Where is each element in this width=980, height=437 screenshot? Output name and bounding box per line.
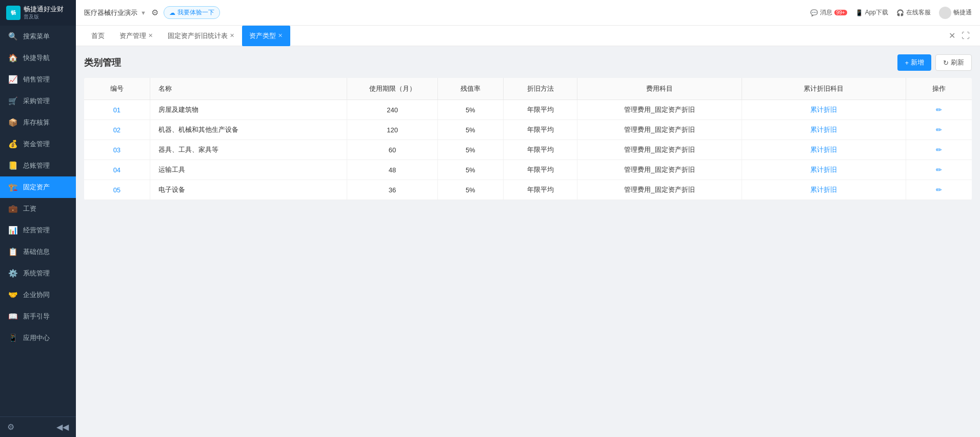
col-residual-rate: 残值率 [437,78,503,100]
tab-fixed-assets-table[interactable]: 固定资产折旧统计表 ✕ [161,26,242,46]
cell-name: 房屋及建筑物 [150,100,347,120]
page-actions: + 新增 ↻ 刷新 [897,54,972,71]
sidebar-item-inventory[interactable]: 📦 库存核算 [0,112,76,133]
col-accumulated-subject: 累计折旧科目 [742,78,906,100]
sidebar-item-sales[interactable]: 📈 销售管理 [0,69,76,90]
cell-operation[interactable]: ✏ [906,120,972,140]
refresh-button[interactable]: ↻ 刷新 [935,54,972,71]
new-button[interactable]: + 新增 [897,54,931,71]
sidebar-item-base-info[interactable]: 📋 基础信息 [0,241,76,263]
edit-button[interactable]: ✏ [936,126,942,134]
cell-expense-subject: 管理费用_固定资产折旧 [577,160,742,180]
system-icon: ⚙️ [8,269,18,278]
page-header: 类别管理 + 新增 ↻ 刷新 [84,54,972,71]
refresh-icon: ↻ [943,59,949,67]
app-center-icon: 📱 [8,333,18,343]
tab-bar-actions: ✕ ⛶ [947,29,972,43]
table-row: 03 器具、工具、家具等 60 5% 年限平均 管理费用_固定资产折旧 累计折旧… [84,140,972,160]
cell-operation[interactable]: ✏ [906,160,972,180]
message-label: 消息 [820,8,832,17]
sidebar-item-app-center[interactable]: 📱 应用中心 [0,327,76,349]
cell-accumulated-subject: 累计折旧 [742,140,906,160]
finance-icon: 💰 [8,140,18,149]
enterprise-icon: 🤝 [8,290,18,300]
cell-residual-rate: 5% [437,120,503,140]
edit-button[interactable]: ✏ [936,146,942,154]
sidebar-item-payroll[interactable]: 💼 工资 [0,198,76,220]
user-info[interactable]: 畅捷通 [939,7,972,19]
tab-expand-icon[interactable]: ⛶ [959,29,972,43]
tab-close-fixed-assets-table[interactable]: ✕ [230,32,234,39]
cell-operation[interactable]: ✏ [906,100,972,120]
payroll-icon: 💼 [8,204,18,213]
cell-depreciation-method: 年限平均 [503,120,577,140]
tab-close-asset-management[interactable]: ✕ [148,32,153,39]
table-row: 05 电子设备 36 5% 年限平均 管理费用_固定资产折旧 累计折旧 ✏ [84,180,972,200]
page-title: 类别管理 [84,56,121,69]
tab-home[interactable]: 首页 [84,26,112,46]
sidebar-item-search[interactable]: 🔍 搜索菜单 [0,26,76,47]
purchase-icon: 🛒 [8,96,18,106]
cell-name: 器具、工具、家具等 [150,140,347,160]
sidebar-item-fixed-assets[interactable]: 🏗️ 固定资产 [0,176,76,198]
col-expense-subject: 费用科目 [577,78,742,100]
sidebar-item-enterprise[interactable]: 🤝 企业协同 [0,284,76,306]
cell-operation[interactable]: ✏ [906,180,972,200]
table-container: 编号 名称 使用期限（月） 残值率 折旧方法 费用科目 累计折旧科目 操作 01… [84,78,972,200]
collapse-icon[interactable]: ◀◀ [56,422,69,432]
tab-asset-management[interactable]: 资产管理 ✕ [112,26,161,46]
cell-residual-rate: 5% [437,160,503,180]
cell-operation[interactable]: ✏ [906,140,972,160]
customer-service-button[interactable]: 🎧 在线客服 [896,8,931,17]
sidebar-item-purchase[interactable]: 🛒 采购管理 [0,90,76,112]
sidebar-item-quick-nav[interactable]: 🏠 快捷导航 [0,47,76,69]
sidebar-item-operations[interactable]: 📊 经营管理 [0,220,76,241]
cell-accumulated-subject: 累计折旧 [742,120,906,140]
col-name: 名称 [150,78,347,100]
message-icon: 💬 [810,9,818,16]
cell-name: 机器、机械和其他生产设备 [150,120,347,140]
company-selector[interactable]: 医疗器械行业演示 ▼ [84,8,146,17]
cell-residual-rate: 5% [437,100,503,120]
tab-close-asset-type[interactable]: ✕ [278,32,283,39]
sidebar-item-finance[interactable]: 💰 资金管理 [0,133,76,155]
edit-button[interactable]: ✏ [936,166,942,174]
cell-useful-life: 120 [347,120,437,140]
company-arrow-icon: ▼ [141,10,146,16]
category-table: 编号 名称 使用期限（月） 残值率 折旧方法 费用科目 累计折旧科目 操作 01… [84,78,972,200]
header-settings-icon[interactable]: ⚙ [151,8,158,17]
sidebar-item-ledger[interactable]: 📒 总账管理 [0,155,76,176]
trial-cloud-icon: ☁ [169,9,175,16]
cell-expense-subject: 管理费用_固定资产折旧 [577,140,742,160]
logo-text: 畅捷通好业财 普及版 [24,5,64,21]
sidebar-logo: 畅 畅捷通好业财 普及版 [0,0,76,26]
sidebar-bottom: ⚙ ◀◀ [0,416,76,437]
trial-text: 我要体验一下 [177,8,214,17]
app-download-button[interactable]: 📱 App下载 [855,8,888,17]
tab-asset-type[interactable]: 资产类型 ✕ [242,26,290,46]
cell-useful-life: 240 [347,100,437,120]
cell-code: 03 [84,140,150,160]
cell-code: 02 [84,120,150,140]
cell-code: 05 [84,180,150,200]
cell-expense-subject: 管理费用_固定资产折旧 [577,120,742,140]
cell-expense-subject: 管理费用_固定资产折旧 [577,100,742,120]
cell-useful-life: 48 [347,160,437,180]
app-download-label: App下载 [865,8,888,17]
ledger-icon: 📒 [8,161,18,170]
edit-button[interactable]: ✏ [936,106,942,114]
edit-button[interactable]: ✏ [936,186,942,194]
sidebar-item-system[interactable]: ⚙️ 系统管理 [0,263,76,284]
tab-close-window-icon[interactable]: ✕ [947,29,957,43]
app-download-icon: 📱 [855,9,863,16]
trial-badge[interactable]: ☁ 我要体验一下 [164,6,220,19]
customer-service-icon: 🎧 [896,9,904,16]
plus-icon: + [905,59,909,67]
settings-bottom-icon[interactable]: ⚙ [7,422,14,432]
company-name: 医疗器械行业演示 [84,8,137,17]
messages-button[interactable]: 💬 消息 99+ [810,8,847,17]
header-left: 医疗器械行业演示 ▼ ⚙ ☁ 我要体验一下 [84,6,220,19]
inventory-icon: 📦 [8,118,18,127]
cell-depreciation-method: 年限平均 [503,100,577,120]
sidebar-item-guide[interactable]: 📖 新手引导 [0,306,76,327]
